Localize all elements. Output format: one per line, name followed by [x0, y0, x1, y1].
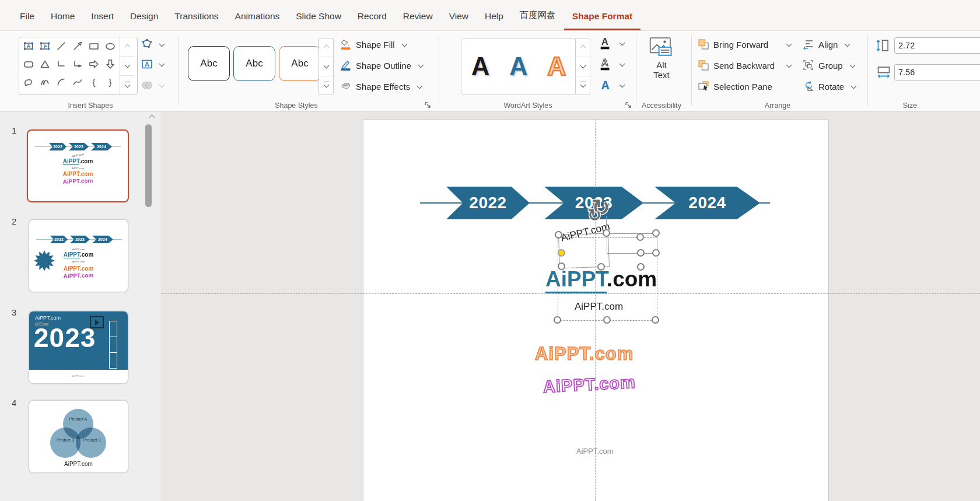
- tab-home[interactable]: Home: [43, 11, 83, 30]
- shape-style-preview-3[interactable]: Abc: [279, 46, 321, 81]
- selection-handle[interactable]: [652, 229, 660, 237]
- thumb3-title: AiPPT.com: [35, 315, 61, 321]
- selection-handle[interactable]: [597, 263, 605, 271]
- svg-text:A: A: [27, 43, 31, 49]
- wordart-preview-blue[interactable]: A: [509, 54, 528, 79]
- shape-elbow-connector-icon[interactable]: [56, 59, 66, 72]
- tab-review[interactable]: Review: [395, 11, 441, 30]
- shape-style-preview-2[interactable]: Abc: [233, 46, 275, 81]
- slide-thumbnail-3[interactable]: AiPPT.com AiPPT.com 2023 AiPPT.com: [29, 311, 128, 384]
- shape-effects-button[interactable]: Shape Effects: [340, 79, 422, 94]
- shape-rectangle-icon[interactable]: [89, 41, 99, 54]
- shape-rounded-rectangle-icon[interactable]: [23, 59, 34, 72]
- slide-thumbnail-1[interactable]: 2022 2023 2024 AiPPT.com AiPPT.com AiPPT…: [27, 129, 129, 202]
- group-label: Group: [818, 61, 843, 71]
- alt-text-button[interactable]: Alt Text: [643, 37, 680, 80]
- wordart-down-button[interactable]: [576, 57, 590, 76]
- selection-handle[interactable]: [554, 316, 561, 324]
- selection-handle[interactable]: [637, 249, 645, 257]
- text-fill-button[interactable]: A: [600, 36, 624, 51]
- shape-gallery: A A { }: [19, 37, 138, 95]
- tab-record[interactable]: Record: [349, 11, 395, 30]
- shape-height-input[interactable]: [894, 37, 980, 54]
- wordart-up-button[interactable]: [576, 38, 590, 57]
- shape-gallery-down-button[interactable]: [120, 57, 134, 76]
- group-button[interactable]: Group: [803, 58, 855, 73]
- merge-shapes-button[interactable]: [140, 79, 164, 92]
- shape-styles-up-button[interactable]: [319, 38, 333, 57]
- shape-fill-icon: [340, 38, 352, 50]
- canvas-footer-text[interactable]: AiPPT.com: [576, 447, 614, 456]
- shape-styles-dialog-launcher[interactable]: [424, 101, 432, 109]
- selection-handle[interactable]: [636, 233, 644, 241]
- shape-freeform-icon[interactable]: [23, 77, 34, 90]
- tab-file[interactable]: File: [12, 11, 43, 30]
- tab-help[interactable]: Help: [477, 11, 512, 30]
- send-backward-button[interactable]: Send Backward: [698, 58, 791, 73]
- shape-arc-icon[interactable]: [56, 77, 66, 90]
- shape-styles-down-button[interactable]: [319, 57, 333, 76]
- panel-scroll-up-icon[interactable]: [149, 115, 155, 121]
- shape-arrow-icon[interactable]: [72, 41, 83, 54]
- shape-outline-button[interactable]: Shape Outline: [340, 58, 423, 73]
- shape-style-preview-1[interactable]: Abc: [188, 46, 230, 81]
- shape-right-brace-icon[interactable]: }: [105, 77, 116, 90]
- shape-oval-icon[interactable]: [105, 41, 116, 54]
- rotate-label: Rotate: [818, 82, 844, 92]
- selection-handle[interactable]: [652, 249, 660, 257]
- tab-insert[interactable]: Insert: [83, 11, 122, 30]
- wordart-preview-orange[interactable]: A: [547, 54, 566, 79]
- shape-gallery-up-button[interactable]: [120, 37, 134, 57]
- slide-thumbnail-2[interactable]: 2022 2023 2024 AiPPT.com AiPPT.com AiPPT…: [29, 219, 128, 292]
- edit-shape-button[interactable]: [140, 38, 164, 51]
- shape-gallery-more-button[interactable]: [120, 76, 134, 94]
- shape-curve-icon[interactable]: [72, 77, 83, 90]
- slide-thumbnail-4[interactable]: Product A Product B Product C AiPPT.com: [29, 400, 128, 473]
- tab-transitions[interactable]: Transitions: [166, 11, 226, 30]
- wordart-more-button[interactable]: [576, 76, 590, 94]
- tab-shape-format[interactable]: Shape Format: [564, 11, 640, 30]
- shape-down-arrow-icon[interactable]: [105, 59, 116, 72]
- tab-baidu-netdisk[interactable]: 百度网盘: [512, 9, 564, 30]
- shape-fill-button[interactable]: Shape Fill: [340, 37, 407, 52]
- wordart-preview-black[interactable]: A: [471, 54, 490, 79]
- shape-elbow-arrow-connector-icon[interactable]: [72, 59, 83, 72]
- shape-left-brace-icon[interactable]: {: [89, 77, 99, 90]
- selection-handle[interactable]: [652, 316, 659, 324]
- shape-styles-more-button[interactable]: [319, 76, 333, 94]
- thumb3-year: 2023: [34, 322, 96, 353]
- rotate-button[interactable]: Rotate: [803, 79, 856, 94]
- shape-styles-group-label: Shape Styles: [256, 101, 337, 110]
- shape-right-arrow-icon[interactable]: [89, 59, 99, 72]
- panel-scrollbar-thumb[interactable]: [145, 124, 152, 207]
- text-outline-button[interactable]: A: [600, 57, 624, 72]
- selection-handle[interactable]: [603, 229, 610, 237]
- selection-handle[interactable]: [555, 231, 562, 239]
- text-effects-button[interactable]: A: [600, 78, 624, 93]
- tab-view[interactable]: View: [441, 11, 477, 30]
- tab-design[interactable]: Design: [122, 11, 166, 30]
- svg-text:A: A: [601, 79, 610, 92]
- send-backward-icon: [698, 59, 709, 71]
- tab-animations[interactable]: Animations: [227, 11, 288, 30]
- shape-effects-icon: [340, 80, 352, 92]
- shape-line-icon[interactable]: [56, 41, 66, 54]
- align-button[interactable]: Align: [803, 37, 849, 52]
- selection-handle[interactable]: [637, 263, 645, 271]
- bring-forward-button[interactable]: Bring Forward: [698, 37, 791, 52]
- draw-text-box-button[interactable]: A: [140, 58, 164, 71]
- alt-text-label-line2: Text: [643, 70, 680, 80]
- canvas-orange-text[interactable]: AiPPT.com: [535, 344, 634, 365]
- shape-triangle-icon[interactable]: [40, 59, 50, 72]
- shape-vertical-textbox-icon[interactable]: A: [39, 41, 51, 54]
- selection-handle[interactable]: [603, 316, 611, 324]
- shape-width-input[interactable]: [894, 64, 980, 80]
- tab-slide-show[interactable]: Slide Show: [288, 11, 349, 30]
- align-label: Align: [818, 40, 838, 50]
- shape-scribble-icon[interactable]: [40, 77, 50, 90]
- selection-pane-button[interactable]: Selection Pane: [698, 79, 791, 94]
- selection-handle[interactable]: [558, 262, 565, 270]
- adjust-handle-yellow[interactable]: [558, 249, 565, 257]
- wordart-dialog-launcher[interactable]: [624, 101, 632, 109]
- shape-textbox-icon[interactable]: A: [23, 41, 34, 54]
